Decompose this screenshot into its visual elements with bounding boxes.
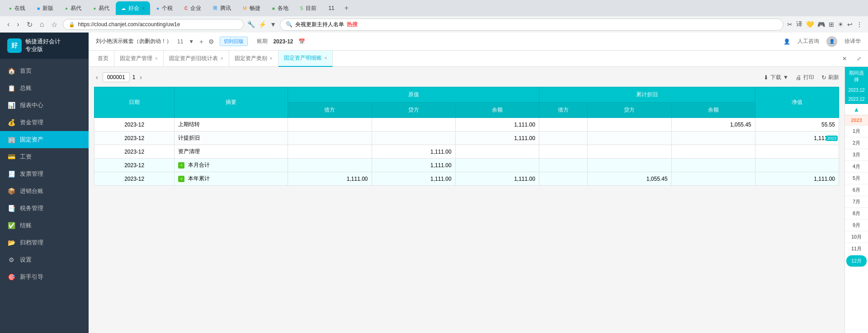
row1-net-value: 55.55 <box>755 118 839 131</box>
wallet-icon[interactable]: 💛 <box>806 21 814 28</box>
grid-icon[interactable]: ⊞ <box>829 21 834 28</box>
close-tab-ledger-detail[interactable]: × <box>325 56 327 61</box>
calendar-icon[interactable]: 📅 <box>298 38 305 45</box>
tab-icon-gesui: ● <box>156 6 159 11</box>
tab-icon-changjie: M <box>243 6 246 11</box>
brightness-icon[interactable]: ☀ <box>838 21 844 28</box>
page-input[interactable] <box>103 72 130 82</box>
tab-qiye[interactable]: C 企业 <box>179 1 207 15</box>
home-button[interactable]: ⌂ <box>38 19 46 30</box>
period-year-2023[interactable]: 2023 <box>845 115 868 126</box>
sidebar-item-fund[interactable]: 💰 资金管理 <box>0 114 89 131</box>
tab-muqian[interactable]: S 目前 <box>295 1 322 15</box>
close-all-tabs-button[interactable]: ✕ <box>839 53 850 64</box>
download-button[interactable]: ⬇ 下载 ▼ <box>764 74 788 81</box>
tab-badge[interactable]: 11 <box>323 1 340 15</box>
reload-button[interactable]: ↻ <box>25 19 34 31</box>
scroll-up-icon[interactable]: ▲ <box>854 106 860 113</box>
tab-icon-yidai1: ● <box>65 6 68 11</box>
tab-gesui[interactable]: ● 个税 <box>151 1 178 15</box>
search-bar[interactable]: 🔍 央视更新主持人名单 热搜 <box>280 19 783 31</box>
sidebar-label-fund: 资金管理 <box>20 118 43 127</box>
period-month-2[interactable]: 2月 <box>845 137 868 149</box>
period-panel: 期间选择 2023.12 2023.12 ▲ 2023 1月 2月 3月 4月 … <box>844 67 868 333</box>
period-month-7[interactable]: 7月 <box>845 196 868 208</box>
period-month-9[interactable]: 9月 <box>845 220 868 231</box>
period-month-10[interactable]: 10月 <box>845 231 868 243</box>
col-header-original-value: 原值 <box>288 87 539 103</box>
sidebar-item-archive[interactable]: 📂 归档管理 <box>0 234 89 251</box>
translate-icon[interactable]: 译 <box>796 20 802 28</box>
top-bar-left: 刘小艳演示账套（勿删勿动！） 11 ▼ + ⚙ 切到旧版 账期 2023-12 … <box>96 37 305 46</box>
period-month-5[interactable]: 5月 <box>845 173 868 184</box>
tab-tencent[interactable]: 騰 腾讯 <box>208 1 236 15</box>
sidebar-label-tax: 税务管理 <box>20 204 43 212</box>
close-tab-fixed-assets-mgmt[interactable]: × <box>155 56 158 61</box>
switch-version-button[interactable]: 切到旧版 <box>220 37 248 46</box>
period-month-11[interactable]: 11月 <box>845 243 868 255</box>
close-tab-depreciation-stats[interactable]: × <box>221 56 223 61</box>
dropdown-icon[interactable]: ▼ <box>270 21 276 28</box>
print-button[interactable]: 🖨 打印 <box>796 74 814 81</box>
sidebar-item-ledger[interactable]: 📋 总账 <box>0 80 89 97</box>
scissors-icon[interactable]: ✂ <box>787 21 793 28</box>
period-month-8[interactable]: 8月 <box>845 208 868 220</box>
tab-bar: ● 在线 ■ 新版 ● 易代 ● 易代 ☁ 好会 × ● 个税 C 企业 騰 <box>0 0 868 16</box>
expand-tab-button[interactable]: ⤢ <box>854 53 864 64</box>
row1-orig-debit <box>288 118 372 131</box>
tab-yidai2[interactable]: ● 易代 <box>88 1 115 15</box>
tab-icon-muqian: S <box>300 6 303 11</box>
sidebar-item-closing[interactable]: ✅ 结账 <box>0 217 89 234</box>
sidebar-item-guide[interactable]: 🎯 新手引导 <box>0 268 89 286</box>
action-buttons: ⬇ 下载 ▼ 🖨 打印 ↻ 刷新 <box>764 74 839 81</box>
page-tab-fixed-category[interactable]: 固定资产类别 × <box>229 51 278 67</box>
sidebar-item-fixed-assets[interactable]: 🏢 固定资产 <box>0 131 89 148</box>
period-month-4[interactable]: 4月 <box>845 161 868 173</box>
sidebar-item-settings[interactable]: ⚙ 设置 <box>0 251 89 268</box>
add-company-button[interactable]: + <box>199 38 203 45</box>
tab-add-button[interactable]: + <box>341 2 352 14</box>
sidebar-item-tax[interactable]: 📑 税务管理 <box>0 200 89 217</box>
row2-accum-credit <box>588 131 671 145</box>
sidebar-item-salary[interactable]: 💳 工资 <box>0 148 89 165</box>
sidebar-item-invoice[interactable]: 🧾 发票管理 <box>0 165 89 183</box>
row1-accum-debit <box>539 118 588 131</box>
undo-icon[interactable]: ↩ <box>847 21 853 28</box>
period-month-6[interactable]: 6月 <box>845 184 868 196</box>
page-tab-ledger-detail[interactable]: 固定资产明细账 × <box>278 51 333 67</box>
page-tab-fixed-assets-mgmt[interactable]: 固定资产管理 × <box>114 51 164 67</box>
close-tab-fixed-category[interactable]: × <box>270 56 273 61</box>
sidebar-item-home[interactable]: 🏠 首页 <box>0 62 89 80</box>
page-prev-button[interactable]: ‹ <box>94 73 100 82</box>
sidebar-item-report[interactable]: 📊 报表中心 <box>0 97 89 114</box>
page-next-button[interactable]: › <box>138 73 144 82</box>
tab-haohui[interactable]: ☁ 好会 × <box>116 1 150 15</box>
tab-close-haohui[interactable]: × <box>142 6 145 11</box>
sidebar-item-inventory[interactable]: 📦 进销台账 <box>0 183 89 200</box>
address-bar[interactable]: 🔒 https://cloud.chanjet.com/accounting/u… <box>63 19 244 30</box>
tab-yidai1[interactable]: ● 易代 <box>60 1 87 15</box>
sidebar-label-settings: 设置 <box>20 256 32 264</box>
row3-date: 2023-12 <box>94 145 175 159</box>
refresh-button[interactable]: ↻ 刷新 <box>821 74 839 81</box>
tab-changjie[interactable]: M 畅捷 <box>237 1 265 15</box>
tab-zaixin[interactable]: ● 在线 <box>4 1 31 15</box>
more-icon[interactable]: ⋮ <box>856 21 863 28</box>
page-tab-depreciation-stats[interactable]: 固定资产折旧统计表 × <box>164 51 229 67</box>
hot-search-label: 热搜 <box>347 21 358 28</box>
service-label[interactable]: 人工咨询 <box>797 38 819 45</box>
tab-gedi[interactable]: ■ 各地 <box>267 1 294 15</box>
period-month-3[interactable]: 3月 <box>845 149 868 161</box>
bookmark-button[interactable]: ☆ <box>49 19 59 31</box>
game-icon[interactable]: 🎮 <box>817 21 825 28</box>
period-month-12[interactable]: 12月 <box>846 255 867 267</box>
tab-xinban[interactable]: ■ 新版 <box>32 1 59 15</box>
dropdown-company-icon[interactable]: ▼ <box>189 38 194 45</box>
forward-button[interactable]: › <box>15 19 21 30</box>
period-month-1[interactable]: 1月 <box>845 126 868 137</box>
row2-accum-balance <box>671 131 755 145</box>
print-label: 打印 <box>803 74 814 81</box>
settings-company-button[interactable]: ⚙ <box>208 38 214 45</box>
page-tab-home[interactable]: 首页 <box>92 51 114 67</box>
back-button[interactable]: ‹ <box>5 19 11 30</box>
